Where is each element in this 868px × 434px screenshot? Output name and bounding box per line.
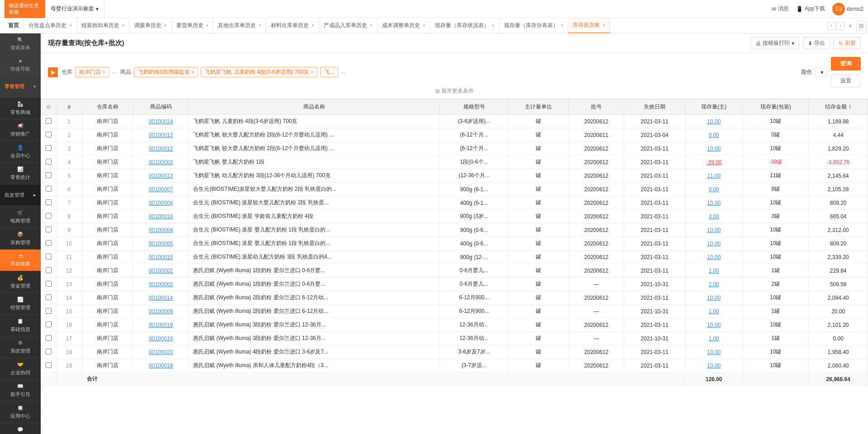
company-select[interactable]: 母婴行业演示账套 ▾ [45,0,104,18]
cell-stock-main[interactable]: 0.00 [685,128,743,142]
cell-stock-main[interactable]: 10.00 [685,223,743,237]
sidebar-item-system[interactable]: ⚙ 系统管理 [0,336,41,358]
cell-stock-main[interactable]: 10.00 [685,345,743,359]
row-checkbox[interactable] [46,267,52,273]
sidebar-item-ecommerce[interactable]: 🛒 电商管理 [0,206,41,228]
nav-next-btn[interactable]: › [836,22,844,30]
tab-qitachu[interactable]: 其他出库单历史 × [213,18,266,33]
app-download-btn[interactable]: 📱 App下载 [796,5,825,13]
sidebar-item-wechat[interactable]: 💬 企业微信 [0,423,41,434]
cell-stock-main[interactable]: 9.00 [685,183,743,196]
row-checkbox[interactable] [46,308,52,314]
cell-code[interactable]: 00100009 [133,305,189,318]
tab-chengben[interactable]: 成本调整单历史 × [377,18,430,33]
nav-prev-btn[interactable]: ‹ [827,22,835,30]
settings-button[interactable]: 设置 [831,74,861,87]
export-button[interactable]: ⬇ 导出 [803,37,830,49]
close-icon[interactable]: × [69,23,72,28]
sidebar-item-inventory[interactable]: 🗃 库存核算 [0,250,41,271]
sidebar-item-collab[interactable]: 🤝 企业协同 [0,358,41,380]
close-icon[interactable]: × [206,23,209,28]
print-button[interactable]: 🖨 按模板打印 ▾ [750,37,799,49]
close-icon[interactable]: × [370,23,373,28]
cell-code[interactable]: 00100018 [133,359,189,373]
warehouse-tag[interactable]: 南岸门店 × [75,67,109,77]
cell-stock-main[interactable]: 10.00 [685,196,743,210]
row-checkbox[interactable] [46,213,52,219]
close-icon[interactable]: × [259,23,261,28]
row-checkbox[interactable] [46,254,52,259]
cell-stock-main[interactable]: 10.00 [685,359,743,373]
product-tag-1[interactable]: 飞鹤奶粉3段闭罐提装 × [134,67,198,77]
sidebar-item-retail-mgmt[interactable]: 零售管理 ▾ [0,76,41,98]
cell-code[interactable]: 00100014 [133,115,189,128]
filter-more-icon[interactable]: ··· [112,69,117,75]
row-checkbox[interactable] [46,172,52,178]
query-button[interactable]: 查询 [831,57,861,71]
tab-kucun-pi[interactable]: 库存批次账 × [568,18,610,33]
row-checkbox[interactable] [46,281,52,287]
tab-home[interactable]: 首页 [4,18,24,33]
cell-stock-main[interactable]: 11.00 [685,169,743,183]
close-icon[interactable]: × [492,23,495,28]
cell-code[interactable]: 00100020 [133,345,189,359]
close-icon[interactable]: × [311,70,313,75]
cell-stock-main[interactable]: -39.00 [685,156,743,169]
cell-code[interactable]: 00100002 [133,264,189,278]
cell-code[interactable]: 00100012 [133,128,189,142]
close-icon[interactable]: × [311,23,314,28]
refresh-button[interactable]: ↻ 刷新 [834,37,861,49]
cell-code[interactable]: 00100008 [133,196,189,210]
product-tag-3[interactable]: 飞... [320,67,338,77]
user-profile[interactable]: Ea demo2 [832,3,863,15]
sidebar-item-retail-shop[interactable]: 🏪 零售商城 [0,98,41,119]
sidebar-item-finance[interactable]: 💰 资金管理 [0,271,41,293]
tab-fenpi[interactable]: 分批盘点单历史 × [24,18,77,33]
cell-stock-main[interactable]: 3.00 [685,210,743,223]
cell-stock-main[interactable]: 10.00 [685,142,743,156]
row-checkbox[interactable] [46,240,52,246]
product-tag-2[interactable]: 飞鹤星飞帆 儿童奶粉 4段(3-6岁适用) 700克 × [201,67,317,77]
sidebar-item-member[interactable]: 👤 会员中心 [0,141,41,163]
tab-xiancun-fen[interactable]: 现存量（库存分布表） × [500,18,569,33]
cell-stock-main[interactable]: 1.00 [685,264,743,278]
cell-code[interactable]: 00100004 [133,223,189,237]
row-checkbox[interactable] [46,132,52,137]
close-icon[interactable]: × [164,23,167,28]
cell-code[interactable]: 00100014 [133,291,189,305]
row-checkbox[interactable] [46,145,52,151]
tab-chanpin[interactable]: 产成品入库单历史 × [319,18,377,33]
cell-code[interactable]: 00100016 [133,210,189,223]
close-icon[interactable]: × [561,23,564,28]
close-icon[interactable]: × [603,23,605,28]
cell-code[interactable]: 00100007 [133,183,189,196]
close-icon[interactable]: × [103,70,105,75]
sidebar-item-basic[interactable]: 📋 基础信息 [0,315,41,336]
row-checkbox[interactable] [46,362,52,368]
nav-expand-btn[interactable]: ⊞ [856,21,866,31]
message-btn[interactable]: ✉ 消息 [772,5,789,13]
tab-xiancun-ku[interactable]: 现存量（库存状况表） × [430,18,500,33]
row-checkbox[interactable] [46,118,52,124]
cell-stock-main[interactable]: 10.00 [685,237,743,250]
row-checkbox[interactable] [46,321,52,327]
sidebar-item-guide[interactable]: 📖 新手引导 [0,380,41,401]
cell-code[interactable]: 00100015 [133,250,189,264]
info-icon[interactable]: ℹ [849,104,851,110]
sidebar-item-operations[interactable]: 📈 经营管理 [0,293,41,315]
tab-cailiao[interactable]: 材料出库单历史 × [266,18,319,33]
cell-stock-main[interactable]: 2.00 [685,278,743,291]
close-icon[interactable]: × [122,23,125,28]
cell-stock-main[interactable]: 1.00 [685,305,743,318]
cell-stock-main[interactable]: 10.00 [685,250,743,264]
close-icon[interactable]: × [423,23,425,28]
cell-code[interactable]: 00100012 [133,142,189,156]
tab-zuhe[interactable]: 组装拆卸单历史 × [77,18,130,33]
filter-product-more-icon[interactable]: ··· [341,69,345,75]
filter-toggle-btn[interactable]: ▶ [48,67,58,77]
sidebar-quick-nav[interactable]: ★ 快捷导航 [0,55,41,76]
cell-stock-main[interactable]: 1.00 [685,332,743,345]
row-checkbox[interactable] [46,199,52,205]
cell-code[interactable]: 00100002 [133,278,189,291]
sidebar-item-app-center[interactable]: 🔲 应用中心 [0,401,41,423]
